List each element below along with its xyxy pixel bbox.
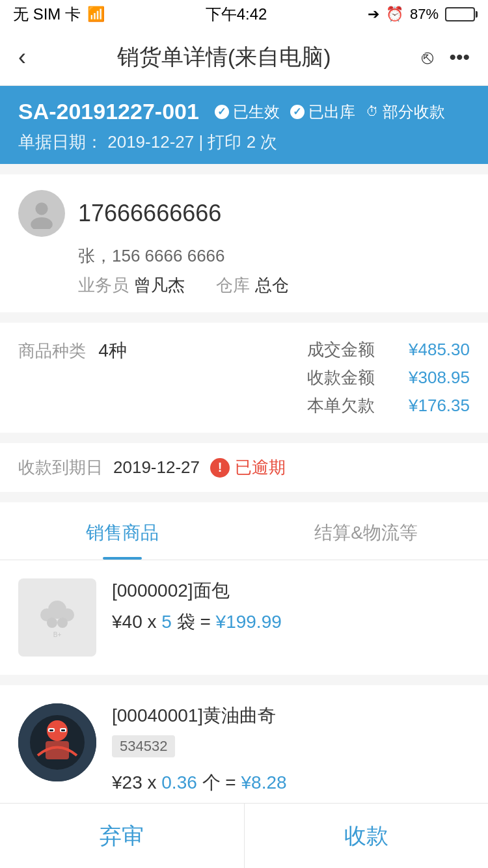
product-info-2: [00040001]黄油曲奇 534532 ¥23 x 0.36 个 = ¥8.… bbox=[112, 703, 470, 795]
overdue-icon: ! bbox=[210, 458, 230, 478]
status-effected-label: 已生效 bbox=[233, 102, 280, 122]
tab-settlement[interactable]: 结算&物流等 bbox=[244, 502, 488, 560]
avatar bbox=[18, 190, 65, 237]
product-item-2: [00040001]黄油曲奇 534532 ¥23 x 0.36 个 = ¥8.… bbox=[0, 685, 488, 813]
battery-text: 87% bbox=[410, 6, 439, 23]
debt-label: 本单欠款 bbox=[307, 394, 375, 417]
customer-phone: 17666666666 bbox=[78, 200, 221, 227]
nav-bar: ‹ 销货单详情(来自电脑) ⎋ ••• bbox=[0, 29, 488, 86]
received-label: 收款金额 bbox=[307, 366, 375, 389]
status-shipped: ✓ 已出库 bbox=[290, 102, 355, 122]
more-icon[interactable]: ••• bbox=[449, 46, 470, 68]
status-effected: ✓ 已生效 bbox=[215, 102, 280, 122]
svg-rect-15 bbox=[61, 729, 65, 731]
product-name-2: [00040001]黄油曲奇 bbox=[112, 703, 470, 728]
warehouse-value: 总仓 bbox=[255, 274, 289, 297]
product-info-1: [0000002]面包 ¥40 x 5 袋 = ¥199.99 bbox=[112, 578, 470, 634]
status-time: 下午4:42 bbox=[206, 4, 267, 25]
customer-top: 17666666666 bbox=[18, 190, 470, 237]
amount-row: 成交金额 ¥485.30 bbox=[307, 338, 470, 361]
status-shipped-label: 已出库 bbox=[308, 102, 355, 122]
price-unit-1: ¥40 bbox=[112, 612, 142, 632]
svg-point-5 bbox=[47, 617, 57, 628]
carrier-text: 无 SIM 卡 bbox=[13, 4, 81, 25]
svg-rect-11 bbox=[46, 741, 69, 759]
header-banner: SA-20191227-001 ✓ 已生效 ✓ 已出库 ⏱ 部分收款 单据日期：… bbox=[0, 86, 488, 164]
summary-left: 商品种类 4种 bbox=[18, 338, 127, 363]
product-type-label: 商品种类 bbox=[18, 341, 86, 360]
location-icon: ➔ bbox=[368, 6, 379, 23]
collect-button[interactable]: 收款 bbox=[245, 804, 489, 868]
wifi-icon: 📶 bbox=[87, 6, 105, 23]
price-unit-text-1: 袋 bbox=[177, 612, 195, 632]
svg-point-1 bbox=[31, 217, 53, 229]
price-qty-2: 0.36 bbox=[161, 772, 197, 793]
price-total-1: ¥199.99 bbox=[216, 612, 282, 632]
abandon-button[interactable]: 弃审 bbox=[0, 804, 245, 868]
price-unit-text-2: 个 bbox=[202, 772, 221, 793]
sales-value: 曾凡杰 bbox=[134, 274, 185, 297]
sales-label: 业务员 bbox=[78, 274, 129, 297]
product-badge-2: 534532 bbox=[112, 735, 175, 757]
product-type-value: 4种 bbox=[98, 340, 127, 360]
price-eq-2: = bbox=[225, 772, 241, 793]
battery-icon bbox=[445, 7, 475, 21]
banner-row1: SA-20191227-001 ✓ 已生效 ✓ 已出库 ⏱ 部分收款 bbox=[18, 99, 470, 124]
status-partial: ⏱ 部分收款 bbox=[366, 102, 445, 122]
customer-name: 张，156 6666 6666 bbox=[18, 245, 470, 267]
page-title: 销货单详情(来自电脑) bbox=[117, 42, 331, 72]
debt-value: ¥176.35 bbox=[385, 396, 470, 416]
warehouse-label: 仓库 bbox=[216, 274, 250, 297]
tab-sales-products-label: 销售商品 bbox=[86, 522, 159, 543]
product-item: B+ [0000002]面包 ¥40 x 5 袋 = ¥199.99 bbox=[0, 560, 488, 675]
order-date: 2019-12-27 bbox=[107, 132, 194, 152]
order-id: SA-20191227-001 bbox=[18, 99, 199, 124]
product-price-1: ¥40 x 5 袋 = ¥199.99 bbox=[112, 610, 470, 634]
overdue-text: 已逾期 bbox=[235, 456, 286, 479]
summary-grid: 商品种类 4种 成交金额 ¥485.30 收款金额 ¥308.95 本单欠款 ¥… bbox=[18, 338, 470, 417]
customer-section: 17666666666 张，156 6666 6666 业务员 曾凡杰 仓库 总… bbox=[0, 174, 488, 312]
price-separator-1: x bbox=[148, 612, 162, 632]
back-button[interactable]: ‹ bbox=[18, 44, 26, 71]
tabs: 销售商品 结算&物流等 bbox=[0, 502, 488, 560]
price-separator-2: x bbox=[148, 772, 162, 793]
customer-meta: 业务员 曾凡杰 仓库 总仓 bbox=[18, 274, 470, 297]
price-qty-1: 5 bbox=[161, 612, 172, 632]
summary-section: 商品种类 4种 成交金额 ¥485.30 收款金额 ¥308.95 本单欠款 ¥… bbox=[0, 323, 488, 433]
price-total-2: ¥8.28 bbox=[241, 772, 286, 793]
due-section: 收款到期日 2019-12-27 ! 已逾期 bbox=[0, 443, 488, 492]
nav-actions: ⎋ ••• bbox=[422, 46, 470, 68]
print-info: | 打印 2 次 bbox=[198, 132, 277, 152]
alarm-icon: ⏰ bbox=[386, 6, 403, 23]
svg-text:B+: B+ bbox=[53, 631, 62, 638]
product-price-2: ¥23 x 0.36 个 = ¥8.28 bbox=[112, 770, 470, 795]
clock-icon: ⏱ bbox=[366, 104, 379, 119]
check-icon-1: ✓ bbox=[215, 105, 229, 119]
price-unit-2: ¥23 bbox=[112, 772, 142, 793]
overdue-badge: ! 已逾期 bbox=[210, 456, 286, 479]
status-bar: 无 SIM 卡 📶 下午4:42 ➔ ⏰ 87% bbox=[0, 0, 488, 29]
amount-value: ¥485.30 bbox=[385, 340, 470, 360]
summary-right: 成交金额 ¥485.30 收款金额 ¥308.95 本单欠款 ¥176.35 bbox=[307, 338, 470, 417]
received-row: 收款金额 ¥308.95 bbox=[307, 366, 470, 389]
date-label: 单据日期： bbox=[18, 132, 103, 152]
tab-settlement-label: 结算&物流等 bbox=[314, 522, 418, 543]
tab-sales-products[interactable]: 销售商品 bbox=[0, 502, 244, 560]
price-eq-1: = bbox=[200, 612, 215, 632]
product-name-1: [0000002]面包 bbox=[112, 578, 470, 603]
bottom-actions: 弃审 收款 bbox=[0, 803, 488, 868]
share-icon[interactable]: ⎋ bbox=[422, 46, 433, 68]
due-label: 收款到期日 bbox=[18, 456, 103, 479]
svg-point-0 bbox=[35, 202, 47, 215]
product-thumb-2 bbox=[18, 703, 96, 781]
svg-point-6 bbox=[57, 617, 68, 628]
status-tags: ✓ 已生效 ✓ 已出库 ⏱ 部分收款 bbox=[215, 102, 445, 122]
status-left: 无 SIM 卡 📶 bbox=[13, 4, 105, 25]
due-date: 2019-12-27 bbox=[113, 457, 200, 478]
product-thumb-1: B+ bbox=[18, 578, 96, 657]
tabs-container: 销售商品 结算&物流等 bbox=[0, 502, 488, 560]
svg-rect-14 bbox=[49, 729, 53, 731]
status-partial-label: 部分收款 bbox=[383, 102, 445, 122]
check-icon-2: ✓ bbox=[290, 105, 305, 119]
received-value: ¥308.95 bbox=[385, 368, 470, 388]
